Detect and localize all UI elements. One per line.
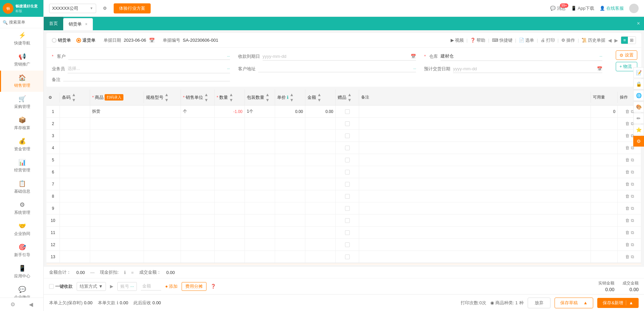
copy-icon[interactable]: ⧉ bbox=[631, 254, 634, 260]
pkgqty-sort[interactable]: ▲▼ bbox=[265, 92, 270, 103]
delete-row-1-icon[interactable]: 🗑 bbox=[625, 109, 630, 114]
payment-due-calendar-icon[interactable]: 📅 bbox=[411, 54, 416, 59]
tab-sale-order[interactable]: 销货单 × bbox=[63, 18, 93, 30]
sidebar-item-purchase-mgmt[interactable]: 🛒 采购管理 bbox=[0, 92, 43, 113]
unit-sort[interactable]: ▲▼ bbox=[204, 92, 209, 103]
sidebar-item-sales-mgmt[interactable]: 🏠 销售管理 bbox=[0, 71, 43, 92]
list-view-button[interactable]: ≡ bbox=[621, 37, 628, 44]
row-pkgqty-1[interactable]: 1个 bbox=[245, 106, 275, 117]
tab-close-icon[interactable]: × bbox=[85, 22, 87, 27]
delete-icon[interactable]: 🗑 bbox=[625, 121, 630, 126]
video-link[interactable]: ▶ 视频 bbox=[451, 37, 464, 43]
estimated-delivery-input[interactable]: yyyy-mm-dd 📅 bbox=[453, 65, 602, 73]
return-order-radio[interactable]: 退货单 bbox=[76, 37, 96, 43]
row-remark-1[interactable] bbox=[359, 106, 591, 117]
next-order-icon[interactable]: ▶ bbox=[614, 38, 618, 43]
copy-icon[interactable]: ⧉ bbox=[631, 182, 634, 187]
row-barcode-1[interactable] bbox=[60, 106, 90, 117]
row-product-1[interactable]: 拆货 bbox=[90, 106, 144, 117]
sidebar-item-enterprise-wechat[interactable]: 💬 企业微信 bbox=[0, 282, 43, 298]
trial-button[interactable]: 体验行业方案 bbox=[114, 3, 151, 13]
float-settings-button[interactable]: ⚙ bbox=[633, 136, 644, 147]
barcode-sort[interactable]: ▲▼ bbox=[72, 92, 76, 103]
copy-icon[interactable]: ⧉ bbox=[631, 157, 634, 163]
copy-icon[interactable]: ⧉ bbox=[631, 230, 634, 235]
grid-view-button[interactable]: ⊞ bbox=[628, 37, 636, 44]
delete-icon[interactable]: 🗑 bbox=[625, 242, 630, 247]
customer-input[interactable]: ··· bbox=[68, 53, 230, 60]
sidebar-settings-icon[interactable]: ⚙ bbox=[10, 301, 15, 308]
delete-icon[interactable]: 🗑 bbox=[625, 157, 630, 162]
delete-icon[interactable]: 🗑 bbox=[625, 169, 630, 174]
copy-icon[interactable]: ⧉ bbox=[631, 194, 634, 199]
delete-icon[interactable]: 🗑 bbox=[625, 206, 630, 211]
sidebar-item-system-mgmt[interactable]: ⚙ 系统管理 bbox=[0, 198, 43, 219]
copy-icon[interactable]: ⧉ bbox=[631, 169, 634, 175]
sidebar-item-quick-nav[interactable]: ⚡ 快捷导航 bbox=[0, 28, 43, 49]
qty-sort[interactable]: ▲▼ bbox=[229, 92, 233, 103]
history-link[interactable]: 📜 历史单据 bbox=[581, 37, 605, 43]
topbar-app-download[interactable]: 📱 App下载 bbox=[571, 5, 594, 11]
row-gift-1[interactable] bbox=[336, 106, 359, 117]
sale-order-radio[interactable]: 销货单 bbox=[52, 37, 71, 43]
user-avatar[interactable] bbox=[629, 4, 639, 13]
sidebar-item-beginner-guide[interactable]: 🎯 新手引导 bbox=[0, 240, 43, 261]
warehouse-dots-icon[interactable]: ··· bbox=[600, 54, 602, 58]
float-lock-button[interactable]: 🔒 bbox=[633, 79, 644, 89]
scan-button[interactable]: 扫码录入 bbox=[105, 94, 123, 101]
discard-button[interactable]: 放弃 bbox=[528, 298, 551, 308]
account-dots-icon[interactable]: ··· bbox=[130, 284, 134, 289]
sidebar-collapse-icon[interactable]: ◀ bbox=[29, 301, 33, 308]
float-palette-button[interactable]: 🎨 bbox=[633, 102, 644, 112]
date-calendar-icon[interactable]: 📅 bbox=[149, 38, 155, 43]
row-spec-1[interactable] bbox=[144, 106, 181, 117]
pay-account-input[interactable]: 账号 ··· bbox=[117, 282, 137, 291]
gift-checkbox-1[interactable] bbox=[345, 109, 350, 114]
product-kind[interactable]: ◉ 商品种类: 1 种 bbox=[490, 300, 524, 306]
sidebar-item-operations-mgmt[interactable]: 📊 经营管理 bbox=[0, 155, 43, 177]
discount-info-icon[interactable]: ℹ bbox=[124, 270, 126, 275]
sidebar-item-inventory[interactable]: 📦 库存核算 bbox=[0, 113, 43, 134]
save-new-button[interactable]: 保存&新增 ▲ bbox=[597, 298, 639, 308]
warehouse-input[interactable]: 建材仓 ··· bbox=[441, 52, 602, 61]
pay-amount-input[interactable]: 金额 bbox=[141, 282, 161, 290]
save-draft-caret-icon[interactable]: ▲ bbox=[580, 300, 588, 305]
topbar-gear-button[interactable]: ⚙ bbox=[100, 4, 110, 13]
delete-icon[interactable]: 🗑 bbox=[625, 230, 630, 235]
price-info-icon[interactable]: ℹ bbox=[287, 95, 289, 100]
gift-sort[interactable]: ▲▼ bbox=[347, 92, 352, 103]
th-settings[interactable]: ⚙ bbox=[46, 92, 60, 103]
salesperson-dots-icon[interactable]: ··· bbox=[227, 67, 230, 71]
delete-icon[interactable]: 🗑 bbox=[625, 133, 630, 138]
close-all-tabs-button[interactable]: × bbox=[633, 17, 644, 30]
select-link[interactable]: 📄 选单 bbox=[519, 37, 534, 43]
copy-icon[interactable]: ⧉ bbox=[631, 218, 634, 223]
amount-sort[interactable]: ▲▼ bbox=[317, 92, 321, 103]
shortcut-link[interactable]: ⌨ 快捷键 bbox=[492, 37, 513, 43]
delete-icon[interactable]: 🗑 bbox=[625, 182, 630, 187]
delivery-calendar-icon[interactable]: 📅 bbox=[597, 66, 602, 71]
row-price-1[interactable]: 0.00 bbox=[275, 106, 305, 117]
customer-dots-icon[interactable]: ··· bbox=[227, 54, 230, 58]
settings-button[interactable]: ⚙ 设置 bbox=[616, 50, 637, 60]
sidebar-item-enterprise-collab[interactable]: 🤝 企业协同 bbox=[0, 219, 43, 240]
float-star-button[interactable]: ⭐ bbox=[633, 124, 644, 135]
print-link[interactable]: 🖨 打印 bbox=[541, 37, 555, 43]
save-draft-button[interactable]: 保存草稿 ▲ bbox=[555, 298, 594, 308]
topbar-message-button[interactable]: 💬 消息 99+ bbox=[550, 5, 566, 11]
sidebar-item-app-center[interactable]: 📱 应用中心 bbox=[0, 261, 43, 282]
delete-icon[interactable]: 🗑 bbox=[625, 254, 630, 259]
delete-icon[interactable]: 🗑 bbox=[625, 145, 630, 150]
fee-split-button[interactable]: 费用分摊 bbox=[182, 282, 206, 291]
spec-sort[interactable]: ▲▼ bbox=[164, 92, 169, 103]
float-globe-button[interactable]: 🌐 bbox=[633, 90, 644, 101]
sidebar-item-marketing[interactable]: 📢 营销推广 bbox=[0, 49, 43, 71]
debit-info-icon[interactable]: ℹ bbox=[117, 300, 118, 305]
customer-address-dots-icon[interactable]: ··· bbox=[413, 67, 416, 71]
topbar-online-service[interactable]: 👤 在线客服 bbox=[600, 5, 624, 11]
float-edit-button[interactable]: ✏ bbox=[633, 113, 644, 124]
delete-icon[interactable]: 🗑 bbox=[625, 218, 630, 223]
sidebar-item-finance-mgmt[interactable]: 💰 资金管理 bbox=[0, 134, 43, 155]
sidebar-search[interactable]: 🔍 搜索菜单 bbox=[0, 17, 43, 28]
help-link[interactable]: ❓ 帮助 bbox=[470, 37, 485, 43]
